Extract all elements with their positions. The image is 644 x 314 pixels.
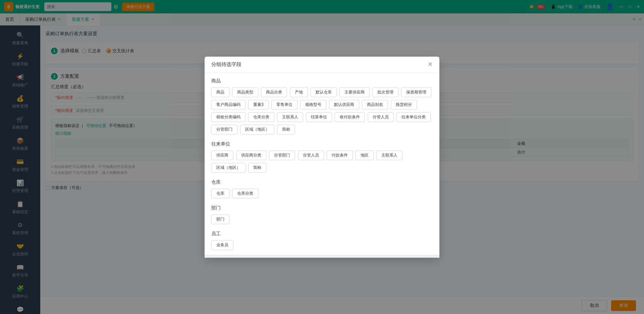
field-tag[interactable]: 商品 — [211, 87, 229, 97]
field-tag[interactable]: 商品分类 — [261, 87, 287, 97]
field-tag[interactable]: 默认仓库 — [311, 87, 337, 97]
modal-close-btn[interactable]: ✕ — [428, 61, 433, 67]
section-goods-title: 商品 — [211, 78, 433, 84]
section-warehouse: 仓库 仓库 仓库分类 — [211, 179, 433, 198]
field-tag[interactable]: 商品别名 — [362, 100, 388, 110]
field-tag[interactable]: 分管人员 — [368, 112, 394, 122]
field-tag[interactable]: 区域（地区） — [240, 125, 274, 134]
section-employee: 员工 业务员 — [211, 231, 433, 250]
modal-body: 商品 商品 商品类型 商品分类 产地 默认仓库 主要供应商 批次管理 保质期管理… — [205, 73, 439, 255]
field-tag[interactable]: 结算单位 — [306, 112, 332, 122]
field-tag[interactable]: 区域（地区） — [211, 163, 246, 173]
field-tag[interactable]: 税收分类编码 — [211, 112, 246, 122]
field-tag[interactable]: 规格型号 — [300, 100, 326, 110]
modal-overlay: 分组待选字段 ✕ 商品 商品 商品类型 商品分类 产地 默认仓库 主要供应商 批… — [0, 0, 644, 314]
field-tag[interactable]: 保质期管理 — [401, 87, 431, 97]
section-goods-fields: 商品 商品类型 商品分类 产地 默认仓库 主要供应商 批次管理 保质期管理 客户… — [211, 87, 433, 134]
field-tag[interactable]: 仓库 — [211, 189, 229, 198]
field-tag[interactable]: 分管人员 — [298, 150, 324, 160]
field-tag[interactable]: 地区 — [356, 150, 374, 160]
field-tag[interactable]: 简称 — [277, 125, 295, 134]
field-tag[interactable]: 分管部门 — [269, 150, 295, 160]
section-employee-fields: 业务员 — [211, 240, 433, 250]
modal-scroll-horizontal[interactable] — [205, 255, 439, 257]
section-partner-fields: 供应商 供应商分类 分管部门 分管人员 付款条件 地区 主联系人 区域（地区） … — [211, 150, 433, 173]
section-dept-title: 部门 — [211, 205, 433, 211]
field-tag[interactable]: 供应商分类 — [236, 150, 266, 160]
field-tag[interactable]: 商品类型 — [232, 87, 258, 97]
field-tag[interactable]: 客户商品编码 — [211, 100, 246, 110]
field-tag[interactable]: 重量3 — [248, 100, 269, 110]
field-tag[interactable]: 批次管理 — [372, 87, 398, 97]
field-tag[interactable]: 仓库分类 — [232, 189, 258, 198]
field-tag[interactable]: 供应商 — [211, 150, 233, 160]
field-tag[interactable]: 分管部门 — [211, 125, 237, 134]
section-employee-title: 员工 — [211, 231, 433, 237]
field-tag[interactable]: 零售单位 — [271, 100, 298, 110]
field-tag[interactable]: 部门 — [211, 214, 229, 224]
modal-title: 分组待选字段 — [211, 61, 241, 68]
field-tag[interactable]: 主要供应商 — [339, 87, 370, 97]
field-tag[interactable]: 付款条件 — [327, 150, 353, 160]
section-warehouse-title: 仓库 — [211, 179, 433, 185]
modal-box: 分组待选字段 ✕ 商品 商品 商品类型 商品分类 产地 默认仓库 主要供应商 批… — [205, 57, 439, 258]
field-tag[interactable]: 收付款条件 — [335, 112, 365, 122]
section-goods: 商品 商品 商品类型 商品分类 产地 默认仓库 主要供应商 批次管理 保质期管理… — [211, 78, 433, 134]
field-tag[interactable]: 产地 — [290, 87, 308, 97]
field-tag[interactable]: 往来单位分类 — [396, 112, 431, 122]
field-tag[interactable]: 默认供应商 — [329, 100, 359, 110]
field-tag[interactable]: 仓库分类 — [248, 112, 274, 122]
section-partner-title: 往来单位 — [211, 141, 433, 147]
section-dept-fields: 部门 — [211, 214, 433, 224]
field-tag[interactable]: 简称 — [248, 163, 266, 173]
field-tag[interactable]: 主联系人 — [376, 150, 402, 160]
modal-header: 分组待选字段 ✕ — [205, 57, 439, 73]
field-tag[interactable]: 主联系人 — [277, 112, 303, 122]
section-dept: 部门 部门 — [211, 205, 433, 224]
section-warehouse-fields: 仓库 仓库分类 — [211, 189, 433, 198]
section-partner: 往来单位 供应商 供应商分类 分管部门 分管人员 付款条件 地区 主联系人 区域… — [211, 141, 433, 173]
field-tag[interactable]: 业务员 — [211, 240, 233, 250]
field-tag[interactable]: 拣货积分 — [391, 100, 417, 110]
